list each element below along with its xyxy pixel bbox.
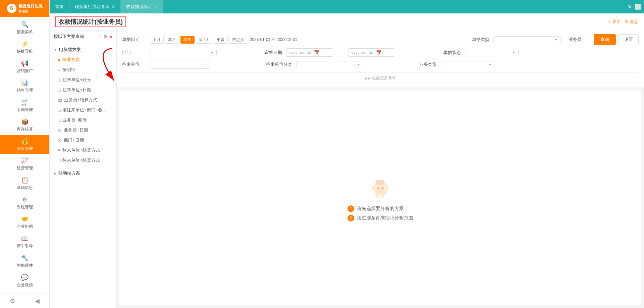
group-label-mobile: 移动端方案 [58, 170, 80, 176]
partner-more-icon[interactable]: ··· [203, 62, 207, 67]
date-range-display: 2023-01-01 至 2023-12-31 [250, 37, 297, 43]
step-label-1: 请先选择要分析的方案 [357, 206, 404, 212]
date-btn-thisyear[interactable]: 本年 [180, 36, 195, 44]
sidebar-item-2[interactable]: 📢营销推广 [0, 57, 49, 76]
empty-steps: 1 请先选择要分析的方案 2 用过滤条件来缩小分析范围 [347, 205, 413, 221]
sidebar-item-13[interactable]: 💬企业微信 [0, 271, 49, 291]
group-label-desktop: 电脑端方案 [59, 47, 81, 53]
scheme-settings-icon[interactable]: ⚙ [103, 34, 108, 39]
sidebar-label-4: 采购管理 [17, 107, 33, 113]
bill-status-select[interactable]: ▼ [465, 49, 519, 56]
sidebar-item-1[interactable]: ⚡快捷导航 [0, 38, 49, 57]
filter-panel: 单据日期 上月 本月 本年 近7天 更多 自定义 2023-01-01 至 20… [117, 30, 644, 88]
sidebar-item-10[interactable]: 🤝企业协同 [0, 213, 49, 232]
review-date-start[interactable]: yyyy-mm-dd 📅 [286, 48, 333, 57]
partner-input[interactable]: ··· [150, 60, 210, 69]
scheme-item-partner-payment2[interactable]: □ 往来单位+结算方式 [50, 155, 116, 165]
content-area: 按以下方案查询 + ⚙ « ▼ 电脑端方案 ● 按业务员 ≡ 按明 [50, 30, 644, 308]
tab-cashflow[interactable]: 现金银行流水查询 ✕ [69, 0, 121, 13]
date-label: 单据日期 [122, 37, 146, 43]
scheme-item-salesperson-account[interactable]: □ 业务员+账号 [50, 115, 116, 125]
sidebar-nav: 🔍搜索菜单⚡快捷导航📢营销推广📊销售管理🛒采购管理📦库存核算💰资金管理📈经营管理… [0, 17, 49, 294]
tab-close-receivable[interactable]: ✕ [154, 4, 158, 9]
scheme-icon-salesperson: ● [58, 57, 60, 62]
scheme-icon-salesperson-account: □ [58, 117, 60, 123]
calendar-icon-start[interactable]: 📅 [314, 50, 319, 55]
filter-row-partner: 往来单位 ··· 往来单位分类 ▼ 业务类型 ▼ [122, 60, 639, 69]
step-num-2: 2 [347, 215, 354, 221]
sidebar-label-9: 系统管理 [17, 204, 33, 210]
scheme-item-partner-date[interactable]: □ 往来单位+日期 [50, 85, 116, 95]
scheme-item-partner-payment1[interactable]: ≡ 往来单位+结算方式 [50, 145, 116, 155]
sidebar-item-5[interactable]: 📦库存核算 [0, 115, 49, 135]
dept-select[interactable]: ▼ [150, 49, 217, 56]
sidebar-item-7[interactable]: 📈经营管理 [0, 154, 49, 174]
dept-dropdown-icon: ▼ [210, 51, 214, 54]
collapse-filters-btn[interactable]: ∧∧ 收起更多条件 [122, 72, 639, 84]
sidebar-label-12: 智能硬件 [17, 263, 33, 268]
scheme-group-desktop-title[interactable]: ▼ 电脑端方案 [50, 45, 116, 55]
scheme-item-partner-dept[interactable]: □ 按往来单位+部门+收... [50, 105, 116, 115]
sidebar-settings-icon[interactable]: ⚙ [10, 297, 15, 305]
tab-close-cashflow[interactable]: ✕ [112, 4, 115, 9]
tab-receivable[interactable]: 收款情况统计 ✕ [121, 0, 163, 13]
left-panel-title: 按以下方案查询 [54, 34, 84, 40]
scheme-group-mobile-title[interactable]: ▶ 移动端方案 [50, 168, 116, 178]
tab-maximize[interactable]: ⬜ [635, 4, 641, 10]
salesperson-more-icon[interactable]: ··· [586, 37, 590, 42]
settings-button[interactable]: 设置 [619, 34, 639, 45]
partner-category-select[interactable]: ▼ [296, 61, 363, 68]
tab-close-window[interactable]: ✕ [628, 4, 632, 10]
collapse-panel-icon[interactable]: « [110, 34, 112, 39]
export-button[interactable]: ↑ 导出 [609, 19, 621, 25]
scheme-item-partner-account[interactable]: □ 往来单位+账号 [50, 75, 116, 85]
date-btn-thismonth[interactable]: 本月 [165, 36, 179, 44]
tab-bar: 首页 现金银行流水查询 ✕ 收款情况统计 ✕ ✕ ⬜ [50, 0, 644, 13]
add-scheme-icon[interactable]: + [99, 34, 101, 39]
scheme-item-salesperson-date[interactable]: ⊙ 业务员+日期 [50, 125, 116, 135]
sidebar-item-12[interactable]: 🔧智能硬件 [0, 252, 49, 271]
logo-icon: 6 [7, 4, 16, 13]
app-logo: 6 畅捷通好生意 标准版 [0, 0, 49, 17]
page-header: 收款情况统计(按业务员) ↑ 导出 ↻ 刷新 [50, 13, 644, 30]
scheme-icon-detail: ≡ [58, 67, 60, 72]
scheme-icon-dept-date: ⊙ [58, 138, 62, 143]
sidebar-icon-4: 🛒 [21, 99, 29, 106]
right-panel: 单据日期 上月 本月 本年 近7天 更多 自定义 2023-01-01 至 20… [117, 30, 644, 308]
scheme-item-dept-date[interactable]: ⊙ 部门+日期 [50, 135, 116, 145]
refresh-button[interactable]: ↻ 刷新 [625, 19, 639, 25]
date-btn-lastmonth[interactable]: 上月 [150, 36, 164, 44]
scheme-icon-partner-payment1: ≡ [58, 148, 60, 153]
scheme-item-detail[interactable]: ≡ 按明细 [50, 65, 116, 75]
scheme-item-salesperson[interactable]: ● 按业务员 [50, 55, 116, 65]
sidebar-icon-12: 🔧 [21, 254, 29, 262]
sidebar-item-11[interactable]: 📖新手引导 [0, 232, 49, 252]
salesperson-label: 业务员 [569, 37, 582, 43]
sidebar-item-9[interactable]: ⚙系统管理 [0, 193, 49, 213]
scheme-item-salesperson-payment[interactable]: ▦ 业务员+结算方式 [50, 95, 116, 105]
sidebar-item-0[interactable]: 🔍搜索菜单 [0, 18, 49, 38]
query-button[interactable]: 查询 [594, 34, 616, 45]
biz-type-select[interactable]: ▼ [441, 61, 494, 68]
sidebar-icon-7: 📈 [21, 157, 29, 164]
bill-type-select[interactable]: ▼ [493, 36, 560, 43]
bill-type-label: 单据类型 [472, 37, 489, 43]
sidebar-item-6[interactable]: 💰资金管理 [0, 135, 49, 154]
date-btn-more[interactable]: 更多 [214, 36, 228, 44]
tab-home[interactable]: 首页 [50, 0, 69, 13]
calendar-icon-end[interactable]: 📅 [376, 50, 381, 55]
sidebar-item-14[interactable]: V畅会员 [0, 291, 49, 294]
dept-label: 部门 [122, 50, 146, 56]
date-btn-7days[interactable]: 近7天 [196, 36, 212, 44]
sidebar-item-4[interactable]: 🛒采购管理 [0, 96, 49, 115]
filter-row-date: 单据日期 上月 本月 本年 近7天 更多 自定义 2023-01-01 至 20… [122, 34, 639, 45]
collapse-icon: ∧∧ [365, 76, 371, 81]
review-date-end[interactable]: yyyy-mm-dd 📅 [348, 48, 395, 57]
sidebar-collapse-icon[interactable]: ◀ [35, 297, 40, 305]
svg-point-3 [381, 187, 384, 190]
date-btn-custom[interactable]: 自定义 [229, 36, 247, 44]
sidebar-label-5: 库存核算 [17, 126, 33, 132]
sidebar-item-3[interactable]: 📊销售管理 [0, 76, 49, 96]
review-date-label: 审核日期 [265, 50, 282, 56]
sidebar-item-8[interactable]: 📋基础信息 [0, 174, 49, 193]
